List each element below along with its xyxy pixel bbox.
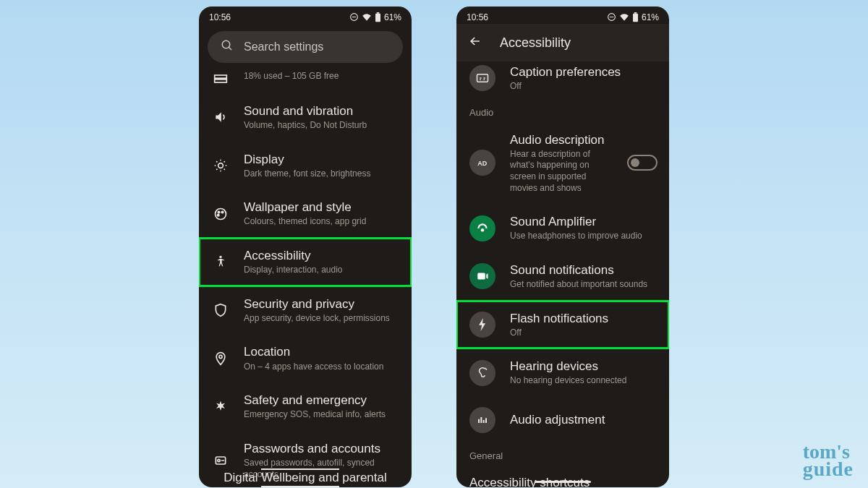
svg-point-4 bbox=[222, 40, 230, 48]
setting-title: Audio adjustment bbox=[510, 412, 658, 428]
status-bar: 10:56 61% bbox=[199, 7, 412, 24]
status-bar: 10:56 61% bbox=[456, 7, 669, 24]
flash-icon bbox=[469, 312, 495, 338]
dnd-icon bbox=[349, 12, 359, 22]
volume-icon bbox=[212, 108, 229, 126]
setting-subtitle: App security, device lock, permissions bbox=[244, 313, 400, 325]
setting-subtitle: 18% used – 105 GB free bbox=[244, 71, 400, 82]
key-icon bbox=[212, 452, 229, 469]
page-title: Accessibility bbox=[500, 35, 571, 51]
setting-item-sound-amplifier[interactable]: Sound Amplifier Use headphones to improv… bbox=[456, 204, 669, 252]
setting-item-digital-wellbeing[interactable]: Digital Wellbeing and parental bbox=[199, 468, 412, 487]
captions-icon bbox=[469, 65, 495, 91]
svg-rect-21 bbox=[477, 74, 488, 82]
svg-line-5 bbox=[229, 47, 231, 50]
app-bar: Accessibility bbox=[456, 24, 669, 61]
battery-percent: 61% bbox=[642, 12, 659, 22]
setting-title: Sound Amplifier bbox=[510, 214, 658, 230]
setting-item-audio-description[interactable]: AD Audio description Hear a description … bbox=[456, 122, 669, 204]
shield-icon bbox=[212, 301, 229, 319]
svg-point-12 bbox=[217, 214, 219, 216]
sound-notifications-icon bbox=[469, 263, 495, 289]
audio-description-toggle[interactable] bbox=[627, 155, 658, 171]
status-time: 10:56 bbox=[209, 12, 231, 22]
accessibility-icon bbox=[212, 253, 229, 270]
battery-icon bbox=[375, 12, 381, 22]
audio-description-icon: AD bbox=[469, 150, 495, 176]
setting-subtitle: Colours, themed icons, app grid bbox=[244, 216, 400, 228]
svg-rect-28 bbox=[485, 418, 487, 423]
setting-item-sound[interactable]: Sound and vibration Volume, haptics, Do … bbox=[199, 93, 412, 142]
setting-subtitle: Display, interaction, audio bbox=[244, 265, 400, 276]
setting-subtitle: Off bbox=[510, 81, 658, 93]
equalizer-icon bbox=[469, 407, 495, 433]
setting-item-captions[interactable]: Caption preferences Off bbox=[456, 61, 669, 100]
setting-item-hearing-devices[interactable]: Hearing devices No hearing devices conne… bbox=[456, 348, 669, 397]
setting-item-audio-adjustment[interactable]: Audio adjustment bbox=[456, 397, 669, 443]
setting-item-sound-notifications[interactable]: Sound notifications Get notified about i… bbox=[456, 252, 669, 301]
setting-subtitle: Off bbox=[510, 328, 658, 339]
setting-item-accessibility[interactable]: Accessibility Display, interaction, audi… bbox=[199, 238, 412, 286]
setting-item-location[interactable]: Location On – 4 apps have access to loca… bbox=[199, 334, 412, 382]
setting-item-flash-notifications[interactable]: Flash notifications Off bbox=[456, 301, 669, 349]
svg-rect-24 bbox=[477, 273, 485, 280]
setting-item-storage[interactable]: 18% used – 105 GB free bbox=[199, 70, 412, 93]
svg-point-9 bbox=[216, 208, 226, 219]
svg-rect-20 bbox=[634, 12, 637, 14]
setting-title: Passwords and accounts bbox=[244, 441, 400, 457]
svg-rect-25 bbox=[478, 419, 480, 423]
status-time: 10:56 bbox=[467, 12, 488, 22]
setting-title: Location bbox=[244, 344, 400, 360]
setting-title: Audio description bbox=[510, 132, 613, 148]
dnd-icon bbox=[607, 12, 616, 22]
setting-title: Flash notifications bbox=[510, 311, 658, 327]
section-header-general: General bbox=[456, 443, 669, 466]
svg-point-23 bbox=[481, 228, 485, 232]
setting-title: Security and privacy bbox=[244, 296, 400, 312]
status-icons: 61% bbox=[349, 12, 401, 22]
search-settings[interactable]: Search settings bbox=[208, 31, 403, 63]
search-placeholder: Search settings bbox=[244, 40, 323, 53]
setting-item-accessibility-shortcuts[interactable]: Accessibility shortcuts bbox=[456, 466, 669, 487]
setting-item-safety[interactable]: Safety and emergency Emergency SOS, medi… bbox=[199, 382, 412, 431]
setting-item-wallpaper[interactable]: Wallpaper and style Colours, themed icon… bbox=[199, 189, 412, 238]
svg-point-13 bbox=[219, 256, 221, 258]
storage-icon bbox=[212, 70, 229, 87]
svg-rect-7 bbox=[215, 80, 227, 82]
svg-rect-2 bbox=[375, 13, 380, 21]
svg-rect-19 bbox=[633, 13, 638, 21]
palette-icon bbox=[212, 205, 229, 223]
gesture-bar[interactable] bbox=[535, 481, 591, 483]
sound-amplifier-icon bbox=[469, 215, 495, 241]
status-icons: 61% bbox=[607, 12, 659, 22]
location-icon bbox=[212, 350, 229, 367]
emergency-icon bbox=[212, 398, 229, 415]
setting-subtitle: On – 4 apps have access to location bbox=[244, 361, 400, 373]
battery-icon bbox=[632, 12, 639, 22]
setting-subtitle: No hearing devices connected bbox=[510, 375, 658, 387]
setting-title: Wallpaper and style bbox=[244, 200, 400, 215]
phone-accessibility: 10:56 61% Accessibility Caption preferen… bbox=[456, 7, 669, 487]
battery-percent: 61% bbox=[384, 12, 401, 22]
svg-text:AD: AD bbox=[477, 160, 487, 167]
wifi-icon bbox=[362, 13, 372, 22]
setting-title: Safety and emergency bbox=[244, 393, 400, 408]
setting-subtitle: Use headphones to improve audio bbox=[510, 231, 658, 242]
setting-title: Accessibility bbox=[244, 248, 400, 264]
svg-point-8 bbox=[218, 163, 224, 168]
search-icon bbox=[221, 39, 234, 55]
setting-subtitle: Volume, haptics, Do Not Disturb bbox=[244, 120, 400, 132]
hearing-icon bbox=[469, 360, 495, 386]
setting-item-security[interactable]: Security and privacy App security, devic… bbox=[199, 286, 412, 335]
phone-settings-main: 10:56 61% Search settings 18% used – 105… bbox=[199, 7, 412, 487]
svg-rect-27 bbox=[483, 420, 485, 423]
setting-title: Sound notifications bbox=[510, 262, 658, 278]
setting-subtitle: Emergency SOS, medical info, alerts bbox=[244, 409, 400, 421]
svg-point-11 bbox=[221, 211, 224, 213]
back-icon[interactable] bbox=[468, 34, 482, 51]
brightness-icon bbox=[212, 157, 229, 174]
setting-item-display[interactable]: Display Dark theme, font size, brightnes… bbox=[199, 142, 412, 190]
settings-list: 18% used – 105 GB free Sound and vibrati… bbox=[199, 70, 412, 487]
svg-point-16 bbox=[218, 459, 220, 461]
setting-title: Caption preferences bbox=[510, 64, 658, 80]
